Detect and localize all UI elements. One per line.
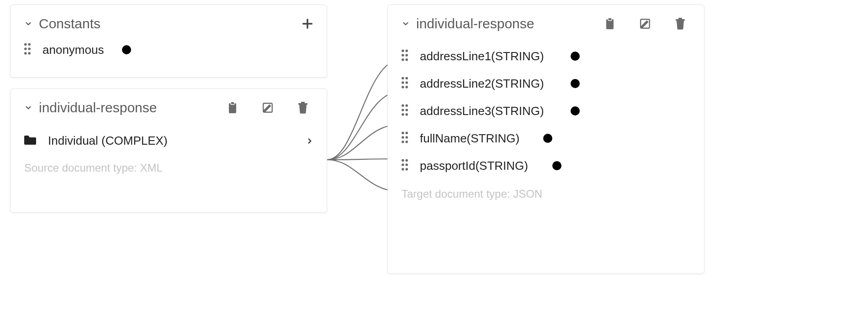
svg-point-26	[402, 86, 404, 89]
target-doc-type: Target document type: JSON	[388, 179, 704, 210]
constants-header: Constants	[11, 5, 327, 40]
svg-point-31	[405, 109, 408, 111]
mapping-port[interactable]	[571, 52, 580, 61]
svg-point-2	[24, 47, 27, 50]
svg-point-1	[28, 43, 31, 46]
chevron-down-icon[interactable]	[24, 20, 32, 28]
target-item[interactable]: addressLine2(STRING)	[388, 70, 704, 97]
svg-point-4	[24, 52, 27, 55]
svg-point-35	[405, 131, 408, 134]
drag-handle-icon[interactable]	[401, 104, 409, 118]
svg-point-18	[402, 54, 404, 57]
source-body: Individual (COMPLEX) Source document typ…	[11, 124, 327, 184]
mapping-port[interactable]	[122, 45, 131, 54]
target-item[interactable]: fullName(STRING)	[388, 125, 704, 152]
svg-point-21	[405, 58, 408, 61]
target-item-label: addressLine1(STRING)	[420, 49, 557, 63]
svg-point-30	[402, 109, 404, 111]
svg-point-32	[402, 113, 404, 116]
svg-point-0	[24, 43, 27, 46]
trash-icon[interactable]	[297, 101, 308, 114]
target-body: addressLine1(STRING) addressLine2(STRING…	[388, 40, 704, 210]
svg-point-36	[402, 136, 404, 139]
svg-point-33	[405, 113, 408, 116]
mapping-port[interactable]	[552, 161, 561, 170]
svg-point-41	[405, 159, 408, 162]
svg-point-22	[402, 77, 404, 79]
clipboard-icon[interactable]	[227, 101, 238, 114]
chevron-down-icon[interactable]	[402, 20, 410, 28]
svg-point-44	[402, 168, 404, 171]
svg-point-23	[405, 77, 408, 79]
svg-rect-10	[301, 102, 305, 104]
svg-point-17	[405, 49, 408, 52]
svg-rect-12	[608, 18, 612, 21]
chevron-right-icon[interactable]	[306, 137, 314, 145]
svg-point-45	[405, 168, 408, 171]
edit-icon[interactable]	[639, 18, 651, 30]
edit-icon[interactable]	[262, 102, 274, 114]
source-item[interactable]: Individual (COMPLEX)	[11, 124, 327, 153]
target-title: individual-response	[416, 16, 535, 31]
svg-point-5	[28, 52, 31, 55]
svg-point-42	[402, 163, 404, 166]
trash-icon[interactable]	[675, 17, 686, 30]
drag-handle-icon[interactable]	[401, 131, 409, 146]
svg-point-37	[405, 136, 408, 139]
mapping-port[interactable]	[543, 134, 552, 143]
target-item[interactable]: passportId(STRING)	[388, 152, 704, 179]
source-header: individual-response	[11, 89, 327, 124]
svg-rect-15	[678, 18, 682, 20]
add-constant-button[interactable]	[301, 17, 314, 30]
target-panel: individual-response addressLine1(STRING)	[387, 5, 704, 274]
svg-point-40	[402, 159, 404, 162]
constant-label: anonymous	[42, 43, 104, 57]
svg-point-19	[405, 54, 408, 57]
target-item[interactable]: addressLine1(STRING)	[388, 42, 704, 70]
svg-point-43	[405, 163, 408, 166]
target-item-label: addressLine2(STRING)	[420, 77, 557, 91]
svg-point-24	[402, 81, 404, 84]
target-item-label: addressLine3(STRING)	[420, 104, 557, 118]
drag-handle-icon[interactable]	[23, 42, 32, 57]
constant-item[interactable]: anonymous	[11, 40, 327, 65]
constants-panel: Constants anonymous	[10, 5, 327, 78]
target-item[interactable]: addressLine3(STRING)	[388, 97, 704, 125]
drag-handle-icon[interactable]	[401, 76, 409, 91]
svg-point-34	[402, 131, 404, 134]
chevron-down-icon[interactable]	[24, 104, 32, 112]
svg-point-28	[402, 104, 404, 107]
constants-title: Constants	[39, 16, 101, 31]
svg-point-27	[405, 86, 408, 89]
svg-point-16	[402, 49, 404, 52]
drag-handle-icon[interactable]	[401, 49, 409, 63]
source-panel: individual-response Individual (COMPLEX)	[10, 89, 327, 213]
drag-handle-icon[interactable]	[401, 158, 409, 173]
svg-point-25	[405, 81, 408, 84]
mapping-port[interactable]	[571, 79, 580, 88]
source-item-label: Individual (COMPLEX)	[48, 134, 168, 148]
svg-point-29	[405, 104, 408, 107]
source-title: individual-response	[39, 100, 157, 115]
svg-point-38	[402, 141, 404, 143]
svg-point-3	[28, 47, 31, 50]
svg-rect-7	[231, 102, 234, 105]
target-item-label: passportId(STRING)	[420, 159, 539, 173]
target-header: individual-response	[388, 5, 704, 40]
mapping-port[interactable]	[571, 106, 580, 115]
clipboard-icon[interactable]	[604, 17, 615, 30]
svg-point-20	[402, 58, 404, 61]
folder-icon	[23, 135, 37, 147]
target-item-label: fullName(STRING)	[420, 131, 529, 146]
source-doc-type: Source document type: XML	[11, 153, 327, 184]
svg-point-39	[405, 141, 408, 143]
constants-body: anonymous	[11, 40, 327, 65]
